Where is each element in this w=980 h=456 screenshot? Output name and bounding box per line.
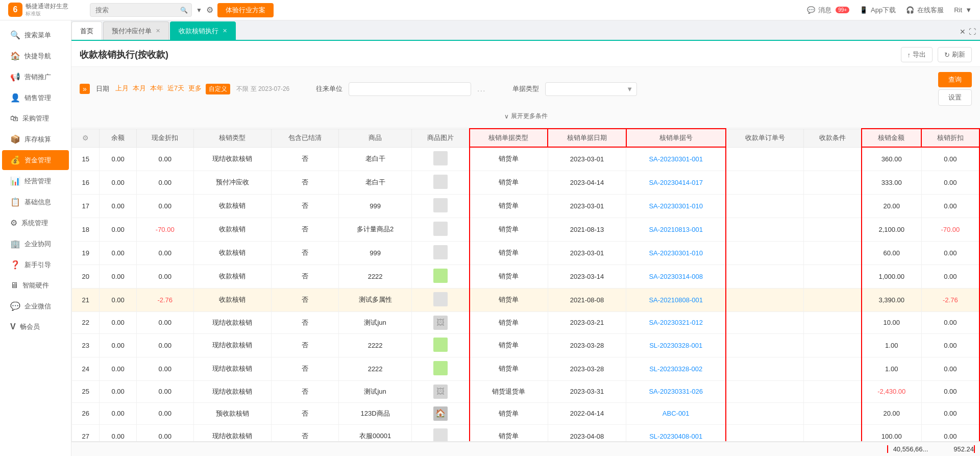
app-download-action[interactable]: 📱 App下载 [860, 6, 896, 15]
cell-goods-img: 🖼 [412, 380, 470, 402]
cell-verify-doc-no[interactable]: SA-20230331-026 [626, 380, 726, 402]
cell-verify-doc-no[interactable]: SA-20230301-001 [626, 147, 726, 171]
search-input[interactable] [90, 3, 192, 17]
prepay-tab-close[interactable]: ✕ [156, 28, 160, 34]
tab-prepay[interactable]: 预付冲应付单 ✕ [103, 21, 169, 40]
date-this-month[interactable]: 本月 [133, 84, 146, 94]
col-settings-icon[interactable]: ⚙ [82, 134, 89, 142]
cell-verify-doc-date: 2023-03-01 [548, 194, 626, 218]
doc-type-select[interactable] [545, 82, 637, 96]
expand-conditions-row: ∨ 展开更多条件 [80, 110, 972, 123]
cell-verify-doc-type: 销货单 [470, 218, 548, 241]
date-custom[interactable]: 自定义 [206, 84, 230, 94]
verify-doc-link[interactable]: SA-20210813-001 [649, 226, 703, 233]
close-window-icon[interactable]: ✕ [960, 28, 966, 36]
cell-cash-discount: 0.00 [136, 402, 193, 424]
online-service-action[interactable]: 🎧 在线客服 [906, 6, 944, 15]
verify-doc-link[interactable]: SA-20230414-017 [649, 179, 703, 186]
verify-doc-link[interactable]: SA-20230314-008 [649, 273, 703, 280]
cell-verify-doc-no[interactable]: SA-20210813-001 [626, 218, 726, 241]
cell-verify-doc-no[interactable]: SA-20210808-001 [626, 288, 726, 311]
table-container[interactable]: ⚙ 余额 现金折扣 核销类型 包含已结清 商品 商品图片 核销单据类型 核销单据… [71, 128, 980, 456]
cell-receipt-cond [804, 147, 862, 171]
verify-doc-link[interactable]: SA-20230321-012 [649, 319, 703, 326]
cell-goods: 老白干 [339, 147, 412, 171]
receipts-tab-close[interactable]: ✕ [223, 28, 227, 34]
table-row: 160.000.00预付冲应收否老白干销货单2023-04-14SA-20230… [72, 171, 980, 194]
dropdown-icon[interactable]: ▼ [196, 7, 202, 14]
cell-verify-doc-no[interactable]: ABC-001 [626, 402, 726, 424]
sidebar-item-business[interactable]: 📊 经营管理 [2, 171, 69, 191]
cell-balance: 0.00 [100, 380, 136, 402]
verify-doc-link[interactable]: ABC-001 [663, 410, 690, 417]
sidebar-item-system[interactable]: ⚙ 系统管理 [2, 213, 69, 233]
date-more[interactable]: 更多 [188, 84, 202, 94]
cell-include-settled: 否 [271, 218, 338, 241]
cell-verify-doc-date: 2023-03-28 [548, 333, 626, 357]
cell-verify-discount: 0.00 [921, 171, 979, 194]
verify-doc-link[interactable]: SL-20230328-002 [649, 365, 702, 373]
cell-verify-type: 收款核销 [193, 241, 271, 265]
verify-doc-link[interactable]: SA-20230331-026 [649, 388, 703, 395]
cell-verify-doc-no[interactable]: SA-20230321-012 [626, 311, 726, 333]
sidebar-item-member[interactable]: V 畅会员 [2, 317, 69, 337]
date-7days[interactable]: 近7天 [167, 84, 184, 94]
cell-verify-doc-no[interactable]: SL-20230328-002 [626, 357, 726, 380]
sidebar-item-guide[interactable]: ❓ 新手引导 [2, 255, 69, 275]
date-last-month[interactable]: 上月 [115, 84, 129, 94]
sidebar-item-search[interactable]: 🔍 搜索菜单 [2, 25, 69, 45]
cell-goods: 多计量商品2 [339, 218, 412, 241]
cell-receipt-order-no [726, 380, 804, 402]
sidebar-item-sales[interactable]: 👤 销售管理 [2, 88, 69, 108]
verify-doc-link[interactable]: SL-20230408-001 [649, 433, 702, 440]
col-receipt-order-no: 收款单订单号 [726, 129, 804, 147]
cell-goods-img [412, 357, 470, 380]
user-menu[interactable]: Rit ▼ [954, 6, 972, 14]
sidebar-item-hardware[interactable]: 🖥 智能硬件 [2, 276, 69, 295]
sidebar-item-wechat[interactable]: 💬 企业微信 [2, 296, 69, 316]
sidebar-item-basic[interactable]: 📋 基础信息 [2, 192, 69, 212]
cell-verify-doc-date: 2023-03-31 [548, 380, 626, 402]
cell-verify-doc-no[interactable]: SL-20230328-001 [626, 333, 726, 357]
sidebar-label-basic: 基础信息 [24, 198, 51, 207]
cell-verify-doc-date: 2021-08-08 [548, 288, 626, 311]
cell-verify-doc-no[interactable]: SA-20230314-008 [626, 265, 726, 288]
sales-icon: 👤 [10, 93, 20, 103]
cell-verify-doc-no[interactable]: SA-20230414-017 [626, 171, 726, 194]
solution-button[interactable]: 体验行业方案 [217, 3, 274, 17]
maximize-icon[interactable]: ⛶ [969, 28, 976, 36]
app-version: 标准版 [26, 10, 68, 17]
cell-receipt-order-no [726, 218, 804, 241]
tab-home[interactable]: 首页 [71, 21, 102, 40]
sidebar-item-finance[interactable]: 💰 资金管理 [2, 150, 69, 170]
guide-icon: ❓ [10, 260, 20, 270]
verify-doc-link[interactable]: SA-20210808-001 [649, 296, 703, 304]
date-this-year[interactable]: 本年 [150, 84, 163, 94]
search-icon: 🔍 [10, 30, 20, 40]
export-button[interactable]: ↑ 导出 [901, 47, 933, 62]
sidebar-item-inventory[interactable]: 📦 库存核算 [2, 129, 69, 149]
sidebar-item-enterprise[interactable]: 🏢 企业协同 [2, 234, 69, 254]
tab-receipts[interactable]: 收款核销执行 ✕ [170, 21, 236, 40]
sidebar-item-purchase[interactable]: 🛍 采购管理 [2, 109, 69, 128]
settings-icon[interactable]: ⚙ [206, 5, 213, 15]
cell-verify-doc-no[interactable]: SA-20230301-010 [626, 241, 726, 265]
message-action[interactable]: 💬 消息 99+ [807, 6, 849, 15]
cell-receipt-cond [804, 380, 862, 402]
filter-expand-button[interactable]: » [80, 84, 90, 94]
doc-type-label: 单据类型 [512, 84, 539, 93]
partner-input[interactable] [349, 82, 471, 96]
sidebar-item-quicknav[interactable]: 🏠 快捷导航 [2, 46, 69, 66]
sidebar-item-marketing[interactable]: 📢 营销推广 [2, 67, 69, 87]
verify-doc-link[interactable]: SA-20230301-010 [649, 249, 703, 257]
query-button[interactable]: 查询 [938, 72, 972, 87]
expand-conditions-button[interactable]: ∨ 展开更多条件 [504, 112, 548, 121]
filter-setting-button[interactable]: 设置 [938, 89, 972, 106]
verify-doc-link[interactable]: SA-20230301-010 [649, 202, 703, 210]
col-settings[interactable]: ⚙ [72, 129, 100, 147]
verify-doc-link[interactable]: SA-20230301-001 [649, 155, 703, 163]
cell-receipt-order-no [726, 194, 804, 218]
cell-verify-doc-no[interactable]: SA-20230301-010 [626, 194, 726, 218]
verify-doc-link[interactable]: SL-20230328-001 [649, 342, 702, 349]
refresh-button[interactable]: ↻ 刷新 [938, 47, 972, 62]
